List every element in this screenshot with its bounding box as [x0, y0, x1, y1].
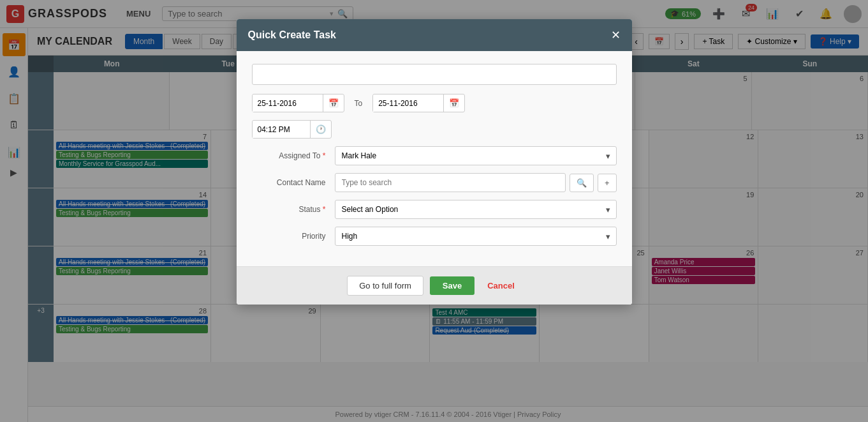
- save-button[interactable]: Save: [430, 276, 474, 295]
- assigned-to-select-wrapper: Mark Hale: [335, 146, 617, 165]
- to-date-calendar-icon[interactable]: 📅: [443, 94, 464, 112]
- assigned-to-required: *: [323, 151, 326, 160]
- assigned-to-row: Assigned To * Mark Hale: [252, 146, 617, 165]
- status-control: Select an Option: [335, 200, 617, 219]
- contact-row: 🔍 +: [335, 173, 617, 192]
- assigned-to-control: Mark Hale: [335, 146, 617, 165]
- priority-control: High Medium Low: [335, 227, 617, 246]
- time-input[interactable]: [253, 121, 310, 138]
- modal-close-button[interactable]: ✕: [611, 28, 621, 42]
- contact-name-label: Contact Name: [252, 178, 335, 187]
- priority-row: Priority High Medium Low: [252, 227, 617, 246]
- contact-search-button[interactable]: 🔍: [570, 174, 594, 192]
- priority-select-wrapper: High Medium Low: [335, 227, 617, 246]
- clock-icon[interactable]: 🕐: [310, 121, 331, 138]
- time-field: 🕐: [252, 120, 332, 139]
- assigned-to-label: Assigned To *: [252, 151, 335, 160]
- from-date-input[interactable]: [253, 95, 323, 112]
- assigned-to-select[interactable]: Mark Hale: [335, 146, 617, 165]
- to-label: To: [351, 99, 367, 108]
- contact-name-input[interactable]: [335, 173, 566, 192]
- contact-name-row: Contact Name 🔍 +: [252, 173, 617, 192]
- modal-overlay: Quick Create Task ✕ 📅 To 📅: [0, 0, 868, 422]
- status-required: *: [323, 205, 326, 214]
- modal-header: Quick Create Task ✕: [237, 19, 632, 51]
- priority-label: Priority: [252, 232, 335, 241]
- status-select-wrapper: Select an Option: [335, 200, 617, 219]
- contact-name-control: 🔍 +: [335, 173, 617, 192]
- to-date-input[interactable]: [373, 95, 443, 112]
- go-to-full-form-button[interactable]: Go to full form: [347, 276, 423, 296]
- date-row: 📅 To 📅: [252, 94, 617, 112]
- to-date-field: 📅: [372, 94, 465, 112]
- contact-add-button[interactable]: +: [598, 174, 617, 192]
- task-name-input[interactable]: [252, 64, 617, 85]
- from-date-field: 📅: [252, 94, 344, 112]
- cancel-button[interactable]: Cancel: [481, 276, 521, 295]
- time-row: 🕐: [252, 120, 617, 139]
- modal-body: 📅 To 📅 🕐 Assigned To *: [237, 51, 632, 266]
- quick-create-modal: Quick Create Task ✕ 📅 To 📅: [237, 19, 632, 305]
- modal-footer: Go to full form Save Cancel: [237, 266, 632, 305]
- from-date-calendar-icon[interactable]: 📅: [323, 94, 344, 112]
- status-select[interactable]: Select an Option: [335, 200, 617, 219]
- status-row: Status * Select an Option: [252, 200, 617, 219]
- modal-title: Quick Create Task: [248, 29, 336, 41]
- priority-select[interactable]: High Medium Low: [335, 227, 617, 246]
- status-label: Status *: [252, 205, 335, 214]
